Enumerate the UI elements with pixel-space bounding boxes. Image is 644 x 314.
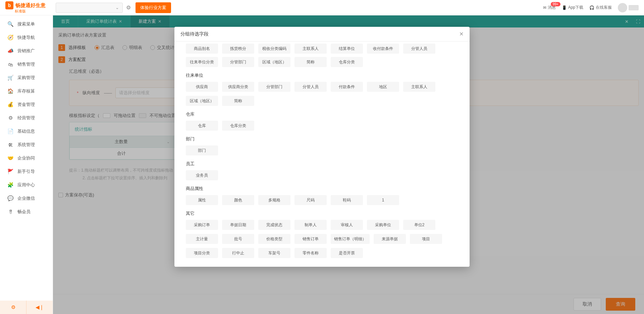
field-chip[interactable]: 区域（地区） [186,96,218,106]
field-chip[interactable]: 零件名称 [294,248,327,258]
field-chip[interactable]: 是否开票 [331,248,363,258]
field-chip[interactable]: 收付款条件 [367,44,399,54]
business-icon: ⚙ [7,115,13,121]
field-chip[interactable]: 多规格 [258,195,290,205]
field-chip[interactable]: 单据日期 [222,220,254,230]
field-chip[interactable]: 供应商 [186,82,218,92]
field-chip[interactable]: 分管部门 [258,82,290,92]
fixed-swatch [139,113,146,118]
template-radio[interactable]: 汇总表 [95,45,114,51]
field-chip[interactable]: 采购订单 [186,220,218,230]
field-chip[interactable]: 分管人员 [294,82,327,92]
field-chip[interactable]: 项目分类 [186,248,218,258]
collab-icon: 🤝 [7,155,13,161]
field-chip[interactable]: 销售订单（明细） [331,234,370,244]
sidebar-item-funds[interactable]: 💰资金管理 [0,98,53,111]
sidebar-item-purchase[interactable]: 🛒采购管理 [0,71,53,84]
field-chip[interactable]: 分管部门 [222,57,254,67]
field-chip[interactable]: 采购单位 [367,220,399,230]
field-chip[interactable]: 鞋码 [331,195,363,205]
field-chip[interactable]: 付款条件 [331,82,363,92]
app-download-link[interactable]: 📱 App下载 [562,5,583,10]
field-chip[interactable]: 结算单位 [331,44,363,54]
field-chip[interactable]: 供应商分类 [222,82,254,92]
field-chip[interactable]: 完成状态 [258,220,290,230]
sidebar-item-quick-nav[interactable]: 🧭快捷导航 [0,31,53,44]
sidebar-item-marketing[interactable]: 📣营销推广 [0,44,53,58]
field-chip[interactable]: 分管人员 [403,44,435,54]
sidebar-item-label: 基础信息 [17,128,35,134]
field-chip[interactable]: 部门 [186,145,218,155]
field-chip[interactable]: 批号 [222,234,254,244]
messages-link[interactable]: ✉ 消息 99+ [543,5,556,10]
field-chip[interactable]: 主联系人 [403,82,435,92]
field-chip[interactable]: 区域（地区） [258,57,290,67]
field-chip[interactable]: 属性 [186,195,218,205]
field-chip[interactable]: 简称 [222,96,254,106]
sidebar-item-search-menu[interactable]: 🔍搜索菜单 [0,17,53,31]
field-chip[interactable]: 仓库分类 [222,121,254,131]
sidebar-item-sales[interactable]: 🛍销售管理 [0,58,53,71]
marketing-icon: 📣 [7,48,13,54]
sidebar-item-collab[interactable]: 🤝企业协同 [0,151,53,165]
field-chip[interactable]: 制单人 [294,220,327,230]
tab-close-icon[interactable]: ✕ [119,19,122,24]
dimension-placeholder: 请选择分组维度 [119,90,150,96]
field-chip[interactable]: 地区 [367,82,399,92]
field-chip[interactable]: 仓库 [186,121,218,131]
field-chip[interactable]: 税收分类编码 [258,44,290,54]
field-chip[interactable]: 审核人 [331,220,363,230]
sidebar-settings-button[interactable]: ⚙ [0,301,26,314]
modal-horizontal-scrollbar[interactable] [177,260,467,265]
field-chip[interactable]: 销售订单 [294,234,327,244]
online-service-link[interactable]: 🎧 在线客服 [589,5,612,10]
cancel-button[interactable]: 取消 [574,298,601,311]
sidebar-item-vip[interactable]: 🎖畅会员 [0,205,53,218]
metric-column-header[interactable]: 主数量⌄ [70,136,173,148]
field-chip[interactable]: 行中止 [222,248,254,258]
field-group-title: 部门 [186,136,467,142]
tab[interactable]: 新建方案✕ [130,15,170,27]
sidebar-collapse-button[interactable]: ◀❘ [26,301,53,314]
field-chip[interactable]: 主计量 [186,234,218,244]
sidebar-item-wecom[interactable]: 💬企业微信 [0,192,53,205]
experience-button[interactable]: 体验行业方案 [136,2,171,13]
sidebar-item-business[interactable]: ⚙经营管理 [0,111,53,125]
tab-close-all-button[interactable]: ✕ [622,17,631,26]
query-button[interactable]: 查询 [606,298,635,311]
field-chip[interactable]: 业务员 [186,170,218,180]
tab-expand-button[interactable]: ⛶ [633,17,643,26]
field-chip[interactable]: 商品别名 [186,44,218,54]
modal-body[interactable]: 商品别名拣货秩分税收分类编码主联系人结算单位收付款条件分管人员往来单位分类分管部… [174,42,470,260]
radio-label: 明细表 [129,45,142,51]
org-selector[interactable]: ⌄ [56,3,123,13]
field-chip[interactable]: 1 [367,195,399,205]
field-chip[interactable]: 价格类型 [258,234,290,244]
field-chip[interactable]: 主联系人 [294,44,327,54]
field-chip[interactable]: 车架号 [258,248,290,258]
sidebar-item-guide[interactable]: 🚩新手引导 [0,165,53,178]
field-chip[interactable]: 项目 [410,234,442,244]
logo-icon: b [5,1,13,9]
field-chip[interactable]: 仓库分类 [331,57,363,67]
template-radio[interactable]: 明细表 [122,45,142,51]
tab[interactable]: 采购订单统计表✕ [78,15,130,27]
field-chip[interactable]: 来源单据 [374,234,406,244]
modal-close-button[interactable]: ✕ [459,31,464,37]
scheme-save-checkbox[interactable] [58,193,63,197]
field-chip[interactable]: 拣货秩分 [222,44,254,54]
sidebar-item-label: 企业协同 [17,155,35,161]
field-chip[interactable]: 单位2 [403,220,435,230]
field-chip[interactable]: 颜色 [222,195,254,205]
field-chip[interactable]: 简称 [294,57,327,67]
settings-gear-icon[interactable]: ⚙ [126,4,131,11]
user-menu[interactable] [618,3,639,12]
tab-close-icon[interactable]: ✕ [158,19,161,24]
sidebar-item-inventory[interactable]: 🏠库存核算 [0,84,53,98]
field-chip[interactable]: 尺码 [294,195,327,205]
tab[interactable]: 首页 [53,15,78,27]
sidebar-item-app-center[interactable]: 🧩应用中心 [0,178,53,192]
sidebar-item-basic-info[interactable]: 📄基础信息 [0,125,53,138]
field-chip[interactable]: 往来单位分类 [186,57,218,67]
sidebar-item-system[interactable]: 🛠系统管理 [0,138,53,151]
